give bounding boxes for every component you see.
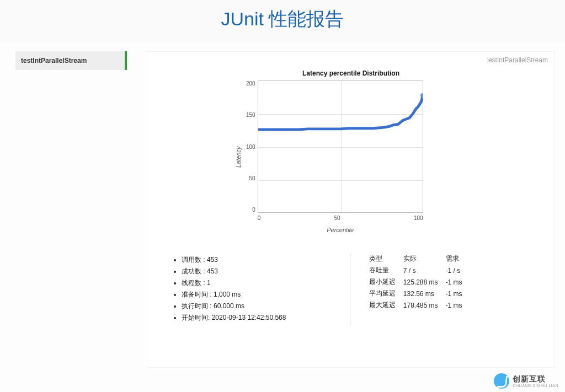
list-item: 执行时间 : 60,000 ms xyxy=(182,302,333,311)
stats-left: 调用数 : 453成功数 : 453线程数 : 1准备时间 : 1,000 ms… xyxy=(170,253,333,325)
table-row: 最大延迟178.485 ms-1 ms xyxy=(369,299,470,311)
chart-plot-area xyxy=(258,80,423,213)
xtick: 100 xyxy=(414,215,423,221)
chart-xlabel: Percentile xyxy=(258,227,423,233)
cell-actual: 125.288 ms xyxy=(403,276,446,288)
table-row: 类型 实际 需求 xyxy=(369,253,470,265)
page-title: JUnit 性能报告 xyxy=(0,7,565,32)
sidebar: testIntParallelStream xyxy=(15,51,127,368)
cell-type: 平均延迟 xyxy=(369,288,403,299)
cell-required: -1 ms xyxy=(446,288,470,299)
main-panel: :estIntParallelStream Latency percentile… xyxy=(147,51,555,368)
ytick: 150 xyxy=(246,112,255,118)
test-name-tag: :estIntParallelStream xyxy=(487,56,548,64)
list-item: 线程数 : 1 xyxy=(182,278,333,288)
cell-actual: 7 / s xyxy=(403,265,446,276)
stats-right: 类型 实际 需求 吞吐量7 / s-1 / s最小延迟125.288 ms-1 … xyxy=(350,253,540,325)
list-item: 成功数 : 453 xyxy=(182,267,333,276)
ytick: 100 xyxy=(246,144,255,150)
latency-chart: Latency percentile Distribution Latency … xyxy=(235,69,467,233)
xtick: 50 xyxy=(334,215,340,221)
table-row: 最小延迟125.288 ms-1 ms xyxy=(369,276,470,288)
page-header: JUnit 性能报告 xyxy=(0,0,565,41)
watermark: 创新互联 CHUANG XIN HU LIAN xyxy=(494,373,558,389)
cell-required: -1 ms xyxy=(446,276,470,288)
th-required: 需求 xyxy=(446,253,470,265)
th-type: 类型 xyxy=(369,253,403,265)
cell-actual: 178.485 ms xyxy=(403,299,446,311)
cell-type: 最小延迟 xyxy=(369,276,403,288)
cell-actual: 132.56 ms xyxy=(403,288,446,299)
list-item: 准备时间 : 1,000 ms xyxy=(182,290,333,299)
cell-required: -1 ms xyxy=(446,299,470,311)
chart-ylabel: Latency xyxy=(235,80,244,233)
sidebar-item-test[interactable]: testIntParallelStream xyxy=(15,51,127,70)
table-row: 吞吐量7 / s-1 / s xyxy=(369,265,470,276)
list-item: 调用数 : 453 xyxy=(182,255,333,265)
sidebar-item-label: testIntParallelStream xyxy=(21,57,87,65)
chart-xticks: 0 50 100 xyxy=(258,215,423,221)
cell-type: 吞吐量 xyxy=(369,265,403,276)
chart-yticks: 200 150 100 50 0 xyxy=(244,80,258,213)
list-item: 开始时间: 2020-09-13 12:42:50.568 xyxy=(182,313,333,323)
chart-title: Latency percentile Distribution xyxy=(235,69,467,77)
watermark-text-en: CHUANG XIN HU LIAN xyxy=(513,384,558,388)
chart-end-point xyxy=(420,93,423,98)
ytick: 0 xyxy=(246,207,255,213)
watermark-text-zh: 创新互联 xyxy=(513,375,558,383)
xtick: 0 xyxy=(258,215,261,221)
ytick: 200 xyxy=(246,80,255,87)
watermark-logo-icon xyxy=(494,373,509,389)
stats-table: 类型 实际 需求 吞吐量7 / s-1 / s最小延迟125.288 ms-1 … xyxy=(369,253,470,311)
stats-section: 调用数 : 453成功数 : 453线程数 : 1准备时间 : 1,000 ms… xyxy=(156,253,546,325)
table-row: 平均延迟132.56 ms-1 ms xyxy=(369,288,470,299)
th-actual: 实际 xyxy=(403,253,446,265)
cell-type: 最大延迟 xyxy=(369,299,403,311)
cell-required: -1 / s xyxy=(446,265,470,276)
ytick: 50 xyxy=(246,175,255,181)
chart-series-line xyxy=(258,95,423,130)
